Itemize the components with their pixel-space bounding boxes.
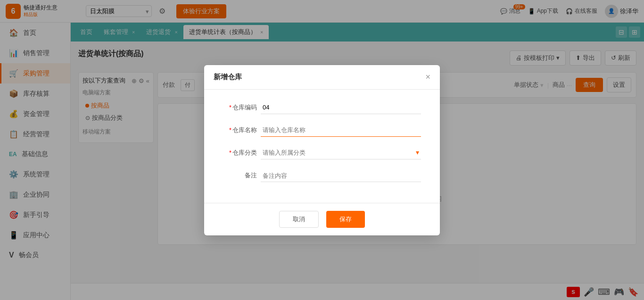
form-row-name: 仓库名称	[223, 124, 421, 137]
note-label: 备注	[223, 171, 261, 180]
warehouse-name-input[interactable]	[261, 124, 421, 137]
category-input[interactable]	[261, 146, 421, 159]
name-label: 仓库名称	[223, 126, 261, 134]
category-label: 仓库分类	[223, 149, 261, 157]
modal-overlay: 新增仓库 × 仓库编码 仓库名称 仓库分类 ▾	[0, 0, 644, 300]
modal-close-icon[interactable]: ×	[425, 73, 430, 81]
note-input[interactable]	[261, 169, 421, 182]
cancel-button[interactable]: 取消	[279, 211, 319, 228]
code-label: 仓库编码	[223, 103, 261, 112]
add-warehouse-modal: 新增仓库 × 仓库编码 仓库名称 仓库分类 ▾	[204, 65, 440, 235]
save-button[interactable]: 保存	[326, 211, 365, 228]
form-row-note: 备注	[223, 169, 421, 182]
warehouse-code-input[interactable]	[261, 101, 421, 114]
modal-title: 新增仓库	[214, 73, 242, 82]
form-row-code: 仓库编码	[223, 101, 421, 114]
modal-footer: 取消 保存	[204, 203, 440, 235]
modal-body: 仓库编码 仓库名称 仓库分类 ▾ 备注	[204, 90, 440, 203]
form-row-category: 仓库分类 ▾	[223, 146, 421, 159]
modal-header: 新增仓库 ×	[204, 65, 440, 90]
category-select-wrap[interactable]: ▾	[261, 146, 421, 159]
